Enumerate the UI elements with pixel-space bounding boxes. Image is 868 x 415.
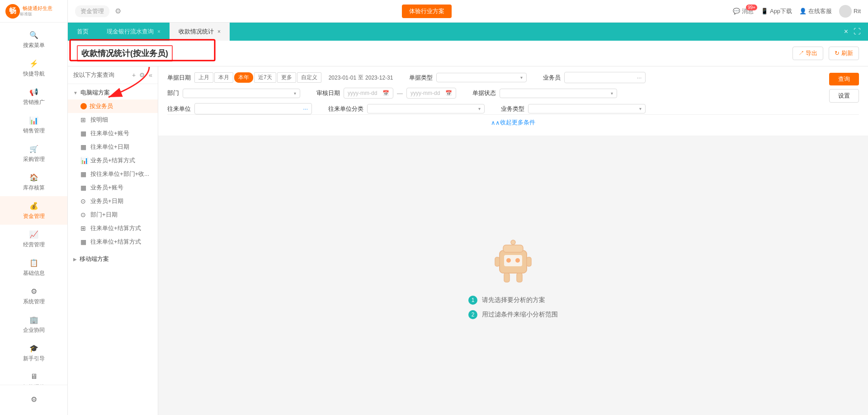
empty-step-2: 2 用过滤条件来缩小分析范围 (468, 310, 558, 319)
collapse-bar[interactable]: ∧∧ 收起更多条件 (167, 114, 859, 130)
sidebar-item-enterprise[interactable]: 🏢 企业协同 (0, 310, 67, 339)
sidebar-item-purchase[interactable]: 🛒 采购管理 (0, 139, 67, 168)
filter-row-1: 单据日期 上月 本月 本年 近7天 更多 自定义 (167, 72, 822, 83)
review-date-end[interactable]: yyyy-mm-dd 📅 (406, 88, 456, 99)
search-icon: 🔍 (29, 30, 39, 40)
logo-area: 畅 畅捷通好生意 标准版 (0, 0, 67, 23)
app-download-btn[interactable]: 📱 App下载 (761, 7, 792, 15)
app-download-label: App下载 (770, 7, 792, 15)
unit-more-icon[interactable]: ··· (303, 105, 308, 112)
sidebar-item-inventory[interactable]: 🏠 库存核算 (0, 168, 67, 196)
voucher-status-arrow: ▾ (611, 91, 613, 96)
export-btn[interactable]: ↗ 导出 (793, 47, 824, 60)
tab-bank-flow-close[interactable]: × (157, 28, 160, 35)
step-num-1: 1 (468, 296, 477, 305)
tab-home[interactable]: 首页 (68, 23, 98, 41)
sidebar-item-newbie[interactable]: 🎓 新手引导 (0, 339, 67, 367)
voucher-type-select[interactable]: ▾ (436, 73, 527, 82)
topbar-settings-icon[interactable]: ⚙ (115, 7, 121, 15)
baseinfo-icon: 📋 (29, 258, 39, 268)
salesperson-select[interactable]: ··· (564, 72, 646, 83)
collapse-panel-icon[interactable]: « (149, 71, 152, 79)
settings-scheme-icon[interactable]: ⚙ (139, 71, 145, 79)
tree-item-dept-date-label: 部门+日期 (90, 211, 118, 219)
dept-date-icon: ⊙ (80, 211, 88, 218)
sidebar-item-bottomsettings[interactable]: ⚙ (0, 390, 67, 410)
mobile-section-title[interactable]: ▶ 移动端方案 (68, 252, 158, 266)
sidebar-item-operations[interactable]: 📈 经营管理 (0, 225, 67, 253)
topbar: 资金管理 ⚙ 体验行业方案 💬 消息 99+ 📱 App下载 👤 在线客服 (68, 0, 868, 23)
sidebar-item-finance[interactable]: 💰 资金管理 (0, 196, 67, 225)
filter-voucher-type-item: 单据类型 ▾ (409, 73, 527, 82)
date-btn-thisyear[interactable]: 本年 (234, 72, 253, 83)
filter-biz-type-item: 业务类型 ▾ (501, 104, 646, 113)
trial-btn[interactable]: 体验行业方案 (402, 5, 452, 18)
tree-item-salesperson-date-label: 业务员+日期 (90, 197, 123, 205)
sidebar-item-marketing[interactable]: 📢 营销推广 (0, 82, 67, 111)
sidebar-item-baseinfo[interactable]: 📋 基础信息 (0, 253, 67, 282)
enterprise-icon: 🏢 (29, 315, 39, 325)
date-btn-custom[interactable]: 自定义 (297, 72, 321, 83)
tab-expand-icon[interactable]: ⛶ (854, 28, 861, 36)
filter-row-2: 部门 ▾ 审核日期 (167, 88, 822, 99)
filter-unit-type-item: 往来单位分类 ▾ (328, 104, 485, 113)
tree-item-salesperson-account[interactable]: ▦ 业务员+账号 (68, 181, 158, 194)
unit-type-select[interactable]: ▾ (367, 104, 485, 113)
sidebar-item-purchase-label: 采购管理 (23, 156, 45, 163)
unit-select[interactable]: ··· (194, 103, 312, 114)
user-btn[interactable]: Rit (839, 5, 861, 18)
finance-icon: 💰 (29, 201, 39, 211)
sidebar-item-system[interactable]: ⚙ 系统管理 (0, 282, 67, 310)
tree-item-salesperson-settlement[interactable]: 📊 业务员+结算方式 (68, 154, 158, 167)
filter-reviewdate-item: 审核日期 yyyy-mm-dd 📅 — yyyy-mm-dd (316, 88, 456, 99)
tree-item-salesperson-date[interactable]: ⊙ 业务员+日期 (68, 194, 158, 208)
sidebar-item-quicknav[interactable]: ⚡ 快捷导航 (0, 54, 67, 82)
online-service-label: 在线客服 (808, 7, 832, 15)
salesperson-date-icon: ⊙ (80, 198, 88, 205)
page-header: 收款情况统计(按业务员) ↗ 导出 ↻ 刷新 (68, 41, 868, 66)
tree-item-unit-date[interactable]: ▦ 往来单位+日期 (68, 140, 158, 154)
tab-collection-stats-close[interactable]: × (217, 28, 221, 35)
biz-type-select[interactable]: ▾ (528, 104, 646, 113)
query-btn[interactable]: 查询 (829, 73, 859, 85)
tree-item-unit-settlement1[interactable]: ⊞ 往来单位+结算方式 (68, 222, 158, 235)
desktop-section-title[interactable]: ▼ 电脑端方案 (68, 86, 158, 99)
tree-item-unit-dept-collection[interactable]: ▦ 按往来单位+部门+收... (68, 167, 158, 181)
tree-item-salesperson-account-label: 业务员+账号 (90, 184, 123, 192)
left-panel: 按以下方案查询 + ⚙ « ▼ 电脑端方案 (68, 66, 158, 415)
date-btn-7days[interactable]: 近7天 (254, 72, 276, 83)
unit-label: 往来单位 (167, 105, 191, 113)
svg-point-2 (506, 258, 511, 263)
svg-rect-8 (503, 245, 523, 252)
tree-item-unit-account[interactable]: ▦ 往来单位+账号 (68, 127, 158, 140)
filter-dept-item: 部门 ▾ (167, 89, 300, 98)
add-scheme-icon[interactable]: + (132, 71, 136, 79)
refresh-btn[interactable]: ↻ 刷新 (829, 47, 859, 60)
sidebar-item-marketing-label: 营销推广 (23, 99, 45, 106)
sidebar-item-sales[interactable]: 📊 销售管理 (0, 111, 67, 139)
tree-item-unit-settlement2[interactable]: ▦ 往来单位+结算方式 (68, 235, 158, 249)
sidebar-item-search[interactable]: 🔍 搜索菜单 (0, 25, 67, 54)
tab-collection-stats[interactable]: 收款情况统计 × (170, 23, 230, 41)
tree-item-dept-date[interactable]: ⊙ 部门+日期 (68, 208, 158, 222)
settings-btn[interactable]: 设置 (829, 89, 859, 103)
desktop-section-label: 电脑端方案 (80, 89, 110, 97)
tree-item-by-salesperson[interactable]: 按业务员 (68, 99, 158, 113)
tree-item-by-mingxi[interactable]: ⊞ 按明细 (68, 113, 158, 127)
tab-close-all-icon[interactable]: × (844, 28, 848, 36)
date-btn-lastmonth[interactable]: 上月 (194, 72, 213, 83)
filter-voucher-status-item: 单据状态 ▾ (472, 89, 617, 98)
date-btn-more[interactable]: 更多 (277, 72, 296, 83)
voucher-status-select[interactable]: ▾ (500, 89, 617, 98)
messages-btn[interactable]: 💬 消息 99+ (733, 7, 754, 15)
sidebar-item-smarthw[interactable]: 🖥 智能硬件 (0, 367, 67, 385)
salesperson-more-icon[interactable]: ··· (637, 74, 642, 81)
tab-bank-flow[interactable]: 现金银行流水查询 × (98, 23, 170, 41)
collapse-icon: ∧∧ (491, 119, 500, 126)
date-btn-thismonth[interactable]: 本月 (214, 72, 233, 83)
online-service-btn[interactable]: 👤 在线客服 (799, 7, 832, 15)
dept-select[interactable]: ▾ (183, 89, 300, 98)
review-date-start[interactable]: yyyy-mm-dd 📅 (344, 88, 393, 99)
sidebar-item-inventory-label: 库存核算 (23, 184, 45, 192)
phone-icon: 📱 (761, 8, 768, 14)
